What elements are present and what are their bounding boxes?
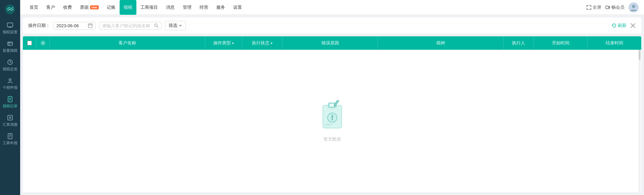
avatar-icon [629, 2, 639, 12]
svg-rect-16 [8, 133, 12, 139]
th-end-time: 结束时间 [588, 36, 641, 50]
invoice-badge: new [90, 5, 99, 9]
nav-service[interactable]: 服务 [212, 0, 229, 15]
date-input[interactable] [56, 23, 87, 28]
sidebar-item-label: 报税记录 [3, 104, 17, 109]
empty-state: 暂无数据 [319, 100, 346, 142]
nav-settings[interactable]: 设置 [229, 0, 246, 15]
topnav-right: 全屏 畅会员 [587, 2, 639, 12]
main-area: 首页 客户 收费 票据 new 记账 报税 工商项目 消息 管理 经营 [20, 0, 644, 195]
sidebar-item-baoshui-zongjian[interactable]: 报税总览 [0, 56, 20, 74]
settlement-icon [6, 114, 14, 121]
nav-manage[interactable]: 管理 [179, 0, 196, 15]
sidebar-item-label: 批量报税 [3, 48, 17, 53]
annual-report-icon [6, 132, 14, 140]
nav-home[interactable]: 首页 [26, 0, 42, 15]
th-checkbox[interactable] [23, 36, 36, 50]
nav-bookkeeping[interactable]: 记账 [103, 0, 120, 15]
fullscreen-icon [587, 5, 591, 10]
select-all-checkbox[interactable] [27, 41, 32, 45]
user-avatar[interactable] [629, 2, 639, 12]
svg-point-8 [9, 79, 11, 81]
app-logo[interactable] [3, 3, 17, 16]
date-label: 操作日期： [28, 23, 50, 29]
filter-button[interactable]: 筛选 [165, 21, 186, 30]
refresh-label: 刷新 [618, 23, 627, 29]
th-start-time: 开始时间 [534, 36, 588, 50]
batch-tax-icon [6, 40, 14, 47]
sidebar-item-label: 工商年报 [3, 141, 17, 146]
search-input[interactable] [102, 23, 153, 28]
nav-operation[interactable]: 经营 [196, 0, 212, 15]
sort-icon-exec-status: ▾ [271, 41, 272, 45]
th-gear[interactable] [36, 36, 50, 50]
search-wrap [99, 22, 162, 30]
personal-tax-icon [6, 77, 14, 84]
svg-point-22 [632, 5, 635, 8]
settings-icon [6, 22, 14, 29]
table-header: 客户名称 操作类型 ▾ 执行状态 ▾ 错误原因 税种 执行人 [23, 36, 641, 50]
filter-label: 筛选 [169, 23, 177, 29]
video-icon [605, 5, 610, 10]
nav-message[interactable]: 消息 [162, 0, 179, 15]
sidebar-item-baoshui-jilu[interactable]: 报税记录 [0, 93, 20, 111]
member-btn[interactable]: 畅会员 [605, 4, 625, 10]
column-settings-icon [40, 40, 46, 46]
sidebar-item-label: 汇算清缴 [3, 122, 17, 127]
empty-text: 暂无数据 [324, 136, 341, 142]
svg-point-27 [155, 24, 157, 27]
sidebar-item-label: 个税申报 [3, 85, 17, 90]
nav-client[interactable]: 客户 [42, 0, 59, 15]
page-content: 操作日期： 筛选 [20, 15, 644, 195]
calendar-icon [88, 23, 93, 28]
fullscreen-label: 全屏 [593, 4, 601, 10]
nav-industry[interactable]: 工商项目 [136, 0, 162, 15]
sidebar-item-label: 报税总览 [3, 67, 17, 72]
scrollbar-track[interactable] [639, 50, 641, 192]
svg-line-28 [157, 27, 159, 28]
th-exec-status[interactable]: 执行状态 ▾ [242, 36, 283, 50]
empty-illustration [319, 100, 346, 132]
sidebar-item-piliang-baoshui[interactable]: 批量报税 [0, 37, 20, 56]
sidebar-item-baoshui-shezhi[interactable]: 报税设置 [0, 19, 20, 37]
toolbar: 操作日期： 筛选 [23, 17, 641, 34]
svg-rect-20 [606, 6, 609, 9]
table-body: 暂无数据 [23, 50, 641, 192]
record-icon [6, 95, 14, 103]
th-op-type[interactable]: 操作类型 ▾ [205, 36, 242, 50]
svg-rect-4 [8, 42, 12, 45]
th-tax-type: 税种 [378, 36, 504, 50]
sort-icon-op-type: ▾ [232, 41, 234, 45]
sidebar: 报税设置 批量报税 报税总览 个税申报 [0, 0, 20, 195]
th-error-reason: 错误原因 [283, 36, 378, 50]
svg-rect-23 [88, 24, 92, 28]
close-icon [630, 23, 636, 29]
overview-icon [6, 58, 14, 66]
nav-invoice[interactable]: 票据 new [76, 0, 103, 15]
sidebar-item-label: 报税设置 [3, 30, 17, 35]
nav-tax[interactable]: 报税 [120, 0, 136, 15]
nav-fee[interactable]: 收费 [59, 0, 76, 15]
sidebar-item-gongshang-nianbao[interactable]: 工商年报 [0, 130, 20, 148]
date-input-wrap[interactable] [53, 22, 96, 30]
top-navigation: 首页 客户 收费 票据 new 记账 报税 工商项目 消息 管理 经营 [20, 0, 644, 15]
refresh-icon [612, 23, 616, 28]
data-table: 客户名称 操作类型 ▾ 执行状态 ▾ 错误原因 税种 执行人 [23, 36, 641, 192]
member-label: 畅会员 [611, 4, 625, 10]
search-icon[interactable] [154, 23, 159, 28]
close-button[interactable] [630, 23, 636, 29]
svg-rect-1 [7, 23, 13, 27]
chevron-down-icon [179, 24, 182, 27]
th-client-name: 客户名称 [50, 36, 205, 50]
fullscreen-btn[interactable]: 全屏 [587, 4, 601, 10]
th-executor: 执行人 [504, 36, 534, 50]
scrollbar-thumb[interactable] [639, 50, 641, 60]
sidebar-item-huisuan-jiaona[interactable]: 汇算清缴 [0, 111, 20, 130]
refresh-button[interactable]: 刷新 [612, 23, 627, 29]
svg-point-31 [42, 42, 44, 44]
sidebar-item-geshui-shenbao[interactable]: 个税申报 [0, 74, 20, 93]
svg-point-37 [332, 119, 333, 120]
